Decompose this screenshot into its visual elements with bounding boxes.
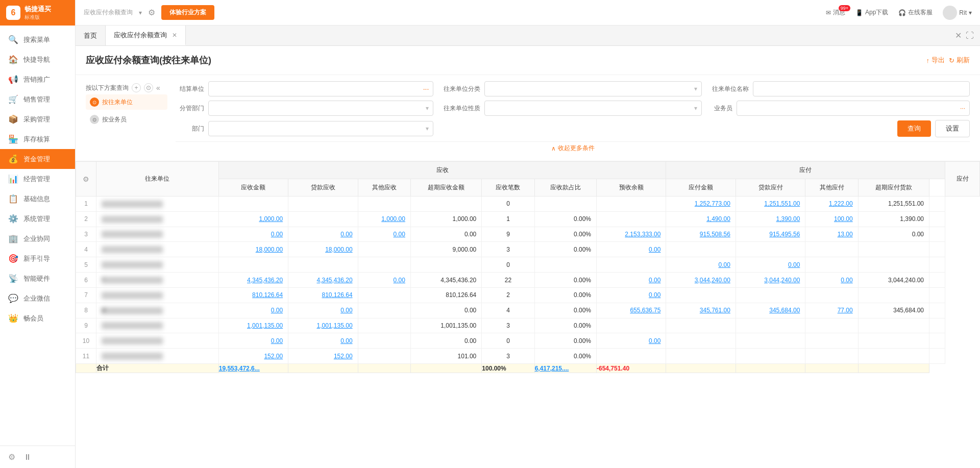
sidebar-item-basic[interactable]: 📋 基础信息: [0, 189, 75, 209]
add-filter-btn[interactable]: +: [132, 83, 141, 92]
tab-close-btn[interactable]: ✕: [955, 31, 962, 40]
table-cell-link[interactable]: 13.00: [805, 227, 858, 242]
sidebar-item-sales[interactable]: 🛒 销售管理: [0, 89, 75, 109]
partner-category-label: 往来单位分类: [444, 85, 480, 93]
table-cell-link[interactable]: 4,345,436.20: [218, 273, 288, 288]
table-cell-link[interactable]: 345,761.00: [666, 303, 736, 318]
filter-collapse-btn[interactable]: ∧ 收起更多条件: [176, 141, 970, 155]
table-cell-link[interactable]: 77.00: [805, 303, 858, 318]
table-cell-link[interactable]: 0.00: [805, 273, 858, 288]
table-cell-link[interactable]: 0.00: [288, 303, 358, 318]
footer-collapse-icon[interactable]: ⏸: [23, 453, 32, 462]
sidebar-item-system[interactable]: ⚙️ 系统管理: [0, 209, 75, 229]
filter-option-staff[interactable]: ⊙ 按业务员: [86, 112, 167, 127]
sidebar: 6 畅捷通买 标准版 🔍 搜索菜单 🏠 快捷导航 📢 营销推广 🛒 销售管理 📦…: [0, 0, 76, 468]
department-input[interactable]: ▾: [208, 121, 433, 136]
sidebar-item-purchase[interactable]: 📦 采购管理: [0, 109, 75, 129]
table-cell-link[interactable]: 0.00: [736, 257, 805, 273]
th-other-payable: 其他应付: [805, 179, 858, 196]
table-cell-link[interactable]: 655,636.75: [597, 303, 666, 318]
table-cell-link[interactable]: 3,044,240.00: [666, 273, 736, 288]
sidebar-item-enterprise[interactable]: 🏢 企业协同: [0, 229, 75, 249]
partner-name-input[interactable]: [753, 81, 970, 96]
settlement-unit-input[interactable]: ···: [208, 81, 433, 96]
filter-collapse-left-btn[interactable]: «: [156, 84, 160, 92]
user-menu[interactable]: Rit ▾: [943, 6, 972, 20]
table-cell-link[interactable]: 0.00: [597, 273, 666, 288]
table-cell-link[interactable]: 0.00: [218, 303, 288, 318]
sidebar-item-hardware[interactable]: 📡 智能硬件: [0, 268, 75, 288]
table-cell-link[interactable]: 1,000.00: [358, 211, 410, 227]
table-cell: [858, 333, 929, 349]
table-cell-link[interactable]: 810,126.64: [218, 287, 288, 303]
sidebar-item-search[interactable]: 🔍 搜索菜单: [0, 30, 75, 50]
header-chevron-icon[interactable]: ▾: [139, 9, 142, 16]
table-cell-link[interactable]: 345,684.00: [736, 303, 805, 318]
table-cell-link[interactable]: 4,345,436.20: [288, 273, 358, 288]
sidebar-item-member[interactable]: 👑 畅会员: [0, 308, 75, 328]
table-cell-link[interactable]: 1,001,135.00: [218, 318, 288, 333]
table-cell-link[interactable]: 1,490.00: [666, 211, 736, 227]
table-cell-link[interactable]: 0.00: [666, 257, 736, 273]
table-settings-icon[interactable]: ⚙: [83, 175, 89, 183]
sidebar-item-marketing[interactable]: 📢 营销推广: [0, 69, 75, 89]
partner-category-input[interactable]: ▾: [484, 81, 701, 96]
table-cell-link[interactable]: 2,153,333.00: [597, 227, 666, 242]
table-cell-link[interactable]: 915,508.56: [666, 227, 736, 242]
table-cell-link[interactable]: 0.00: [358, 227, 410, 242]
table-cell-link[interactable]: 0.00: [288, 333, 358, 349]
table-cell-link[interactable]: 1,251,551.00: [736, 196, 805, 212]
table-cell: [858, 242, 929, 257]
table-cell-link[interactable]: 915,495.56: [736, 227, 805, 242]
solution-button[interactable]: 体验行业方案: [161, 5, 214, 20]
sidebar-item-wechat[interactable]: 💬 企业微信: [0, 288, 75, 308]
tfoot-prepaid-balance[interactable]: 6,417,215....: [534, 364, 596, 373]
service-button[interactable]: 🎧 在线客服: [898, 8, 933, 17]
table-cell-link[interactable]: 100.00: [805, 211, 858, 227]
tab-receivable[interactable]: 应收应付余额查询 ✕: [106, 26, 186, 45]
sidebar-item-guide[interactable]: 🎯 新手引导: [0, 249, 75, 268]
header-gear-icon[interactable]: ⚙: [148, 8, 155, 17]
table-cell-link[interactable]: 0.00: [288, 227, 358, 242]
table-cell-link[interactable]: 1,222.00: [805, 196, 858, 212]
table-cell-link[interactable]: 1,000.00: [218, 211, 288, 227]
table-cell-link[interactable]: 1,252,773.00: [666, 196, 736, 212]
sidebar-item-finance[interactable]: 💰 资金管理: [0, 149, 75, 169]
refresh-button[interactable]: ↻ 刷新: [949, 56, 970, 65]
table-cell-link[interactable]: 18,000.00: [288, 242, 358, 257]
footer-settings-icon[interactable]: ⚙: [8, 452, 15, 462]
app-download-button[interactable]: 📱 App下载: [855, 8, 888, 17]
sidebar-item-quicknav[interactable]: 🏠 快捷导航: [0, 50, 75, 69]
export-icon: ↑: [926, 57, 930, 64]
filter-option-unit[interactable]: ⊙ 按往来单位: [86, 94, 167, 110]
table-cell-link[interactable]: 152.00: [288, 349, 358, 364]
tab-close-icon[interactable]: ✕: [172, 32, 177, 39]
table-cell-link[interactable]: 1,390.00: [736, 211, 805, 227]
message-button[interactable]: ✉ 消息 99+: [826, 8, 845, 17]
table-cell-link[interactable]: 0.00: [358, 273, 410, 288]
edit-filter-btn[interactable]: ⊙: [144, 83, 153, 92]
table-cell: 3: [482, 318, 534, 333]
sidebar-item-inventory[interactable]: 🏪 库存核算: [0, 129, 75, 149]
table-cell-link[interactable]: 152.00: [218, 349, 288, 364]
table-cell-link[interactable]: 810,126.64: [288, 287, 358, 303]
table-cell-link[interactable]: 3,044,240.00: [736, 273, 805, 288]
table-cell-link[interactable]: 1,001,135.00: [288, 318, 358, 333]
table-cell-link[interactable]: 0.00: [218, 227, 288, 242]
query-button[interactable]: 查询: [897, 120, 931, 137]
table-cell-link[interactable]: 0.00: [597, 287, 666, 303]
settings-button[interactable]: 设置: [935, 120, 970, 137]
table-cell-link[interactable]: 0.00: [218, 333, 288, 349]
tab-expand-btn[interactable]: ⛶: [966, 31, 974, 40]
partner-nature-input[interactable]: ▾: [484, 101, 701, 116]
dept-manager-input[interactable]: ▾: [208, 101, 433, 116]
sidebar-item-operations[interactable]: 📊 经营管理: [0, 169, 75, 189]
sidebar-item-label: 企业协同: [23, 234, 50, 243]
table-cell-link[interactable]: 18,000.00: [218, 242, 288, 257]
table-cell-link[interactable]: 0.00: [597, 242, 666, 257]
export-button[interactable]: ↑ 导出: [926, 56, 945, 65]
tab-home[interactable]: 首页: [76, 26, 106, 45]
table-cell-link[interactable]: 0.00: [597, 333, 666, 349]
salesman-input[interactable]: ···: [737, 101, 970, 116]
tfoot-receivable-amount[interactable]: 19,553,472,6...: [218, 364, 288, 373]
